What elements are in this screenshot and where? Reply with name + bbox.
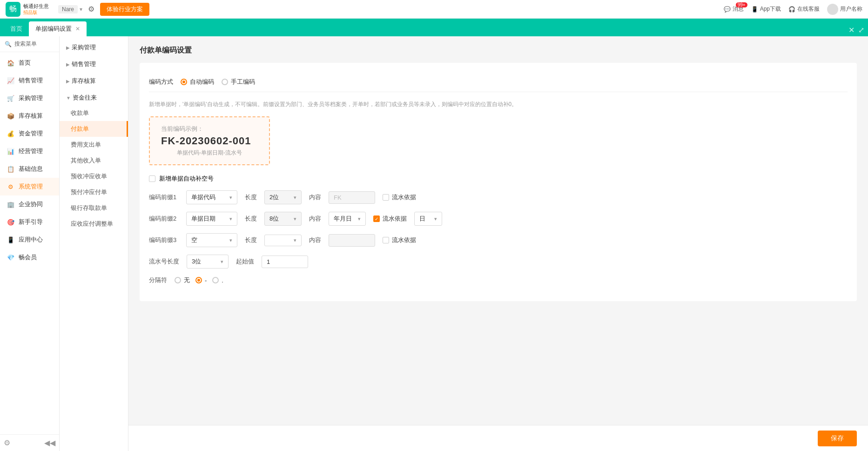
sep-dot-radio[interactable]: .: [212, 277, 223, 284]
arrow-right-icon2: ▶: [66, 62, 70, 67]
tab-close-icon[interactable]: ✕: [75, 26, 80, 32]
preview-box: 当前编码示例： FK-20230602-001 单据代码-单据日期-流水号: [149, 116, 270, 165]
separator-options: 无 - .: [175, 276, 223, 284]
sidebar-item-home[interactable]: 🏠 首页: [0, 54, 59, 72]
sep-dash-circle: [195, 277, 202, 283]
bottom-bar: 保存: [128, 425, 868, 451]
sidebar-item-sales[interactable]: 📈 销售管理: [0, 72, 59, 89]
prefix3-row: 编码前缀3 空 ▾ 长度 ▾ 内容 流水依据: [149, 233, 848, 247]
sub-item-ar-ap-adjust[interactable]: 应收应付调整单: [60, 216, 128, 232]
encoding-radio-group: 自动编码 手工编码: [181, 78, 255, 86]
sidebar-item-basic[interactable]: 📋 基础信息: [0, 160, 59, 178]
prefix3-len-select[interactable]: ▾: [264, 235, 302, 246]
trial-button[interactable]: 体验行业方案: [100, 3, 149, 16]
prefix3-content-input: [329, 234, 375, 247]
start-value-input[interactable]: [262, 256, 308, 268]
sidebar-search[interactable]: 🔍 搜索菜单: [0, 36, 59, 52]
sidebar-item-vip[interactable]: 💎 畅会员: [0, 249, 59, 266]
tab-serial-setting[interactable]: 单据编码设置 ✕: [29, 21, 87, 36]
encoding-method-row: 编码方式 自动编码 手工编码: [149, 72, 848, 92]
basic-icon: 📋: [7, 165, 15, 173]
prefix2-label: 编码前缀2: [149, 215, 179, 223]
prefix1-len-label: 长度: [245, 193, 257, 202]
company-dropdown[interactable]: ▾: [80, 6, 82, 13]
service-button[interactable]: 🎧 在线客服: [788, 5, 820, 13]
sidebar-bottom: ⚙ ◀◀: [0, 434, 59, 451]
prefix2-len-arrow-icon: ▾: [294, 216, 296, 222]
company-selector[interactable]: Nare: [58, 5, 78, 13]
sidebar-item-company[interactable]: 🏢 企业协同: [0, 195, 59, 213]
manual-encode-circle: [222, 79, 228, 85]
user-info[interactable]: 用户名称: [827, 4, 862, 15]
prefix1-watermark-checkbox[interactable]: [383, 194, 389, 201]
system-icon: ⚙: [7, 182, 15, 191]
save-button[interactable]: 保存: [818, 431, 857, 446]
prefix1-len-select[interactable]: 2位 ▾: [264, 190, 302, 204]
settings-icon[interactable]: ⚙: [86, 3, 96, 15]
purchase-icon: 🛒: [7, 94, 15, 102]
message-button[interactable]: 💬 消息 99+: [724, 5, 744, 13]
prefix3-watermark-checkbox[interactable]: [383, 237, 389, 243]
collapse-icon[interactable]: ◀◀: [44, 438, 55, 447]
serial-len-select[interactable]: 3位 ▾: [187, 255, 229, 269]
maximize-icon[interactable]: ⤢: [858, 26, 864, 34]
sub-item-prepay-receivable[interactable]: 预收冲应收单: [60, 168, 128, 184]
settings-card: 编码方式 自动编码 手工编码 新增单据时，'单据编码'自动生成，不可编辑。前缀设…: [140, 63, 857, 301]
apps-icon: 📱: [7, 236, 15, 244]
preview-label: 当前编码示例：: [161, 125, 258, 133]
prefix2-row: 编码前缀2 单据日期 ▾ 长度 8位 ▾ 内容 年月日 ▾: [149, 212, 848, 226]
avatar: [827, 4, 838, 15]
prefix1-select[interactable]: 单据代码 ▾: [186, 190, 237, 204]
sidebar-item-purchase[interactable]: 🛒 采购管理: [0, 89, 59, 107]
home-icon: 🏠: [7, 59, 15, 67]
prefix2-select[interactable]: 单据日期 ▾: [186, 212, 237, 226]
auto-fill-checkbox[interactable]: [149, 175, 155, 182]
prefix2-content-label: 内容: [309, 215, 321, 223]
prefix1-label: 编码前缀1: [149, 193, 179, 202]
sidebar-item-apps[interactable]: 📱 应用中心: [0, 231, 59, 249]
prefix1-watermark: 流水依据: [383, 193, 416, 202]
prefix2-content-select[interactable]: 年月日 ▾: [329, 212, 366, 226]
logo: 畅 畅通好生意 招品版: [6, 2, 49, 17]
sub-item-bank-deposit[interactable]: 银行存取款单: [60, 200, 128, 216]
operations-icon: 📊: [7, 147, 15, 155]
sidebar-item-guide[interactable]: 🎯 新手引导: [0, 213, 59, 231]
auto-encode-radio[interactable]: 自动编码: [181, 78, 214, 86]
sidebar-item-stock[interactable]: 📦 库存核算: [0, 107, 59, 125]
sub-item-payment[interactable]: 付款单: [60, 121, 128, 137]
download-button[interactable]: 📱 App下载: [751, 5, 781, 13]
sub-item-prepay-payable[interactable]: 预付冲应付单: [60, 184, 128, 200]
sub-item-expense[interactable]: 费用支出单: [60, 137, 128, 153]
sub-item-other-income[interactable]: 其他收入单: [60, 153, 128, 168]
settings-bottom-icon[interactable]: ⚙: [4, 438, 10, 447]
prefix2-period-select[interactable]: 日 ▾: [414, 212, 442, 226]
tab-home[interactable]: 首页: [4, 21, 29, 36]
sidebar-item-system[interactable]: ⚙ 系统管理: [0, 178, 59, 195]
topbar-nav: Nare ▾: [58, 5, 82, 13]
manual-encode-radio[interactable]: 手工编码: [222, 78, 255, 86]
arrow-right-icon: ▶: [66, 45, 70, 50]
prefix2-watermark-checkbox[interactable]: [373, 215, 380, 222]
sep-dash-radio[interactable]: -: [195, 277, 207, 284]
download-icon: 📱: [751, 6, 758, 13]
sub-group-sales-title[interactable]: ▶ 销售管理: [60, 57, 128, 72]
prefix2-len-select[interactable]: 8位 ▾: [264, 212, 302, 226]
sub-group-sales: ▶ 销售管理: [60, 57, 128, 72]
prefix3-select[interactable]: 空 ▾: [186, 233, 237, 247]
sub-item-receipt[interactable]: 收款单: [60, 105, 128, 121]
sub-group-stock-title[interactable]: ▶ 库存核算: [60, 74, 128, 88]
close-window-icon[interactable]: ✕: [848, 26, 855, 34]
prefix3-len-arrow-icon: ▾: [294, 237, 296, 243]
start-value-label: 起始值: [236, 257, 254, 266]
prefix1-row: 编码前缀1 单据代码 ▾ 长度 2位 ▾ 内容 流水依据: [149, 190, 848, 204]
sidebar-item-operations[interactable]: 📊 经营管理: [0, 142, 59, 160]
logo-icon: 畅: [6, 2, 20, 17]
guide-icon: 🎯: [7, 218, 15, 226]
sub-group-finance-title[interactable]: ▼ 资金往来: [60, 90, 128, 105]
prefix1-content-label: 内容: [309, 193, 321, 202]
serial-len-label: 流水号长度: [149, 257, 179, 266]
prefix3-watermark: 流水依据: [383, 236, 416, 244]
sub-group-purchase-title[interactable]: ▶ 采购管理: [60, 40, 128, 55]
sep-none-radio[interactable]: 无: [175, 276, 190, 284]
sidebar-item-finance[interactable]: 💰 资金管理: [0, 125, 59, 142]
